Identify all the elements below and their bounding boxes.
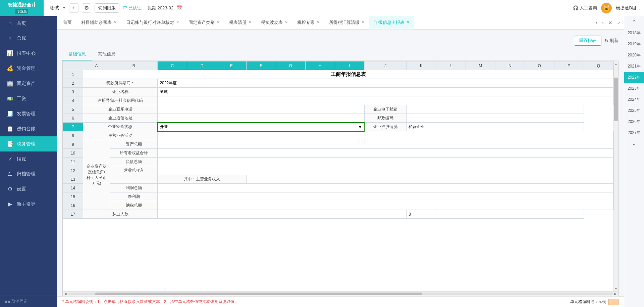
year-2024[interactable]: 2024年 — [624, 94, 644, 105]
tab-tax-fluctuation[interactable]: 税负波动表 ✕ — [256, 16, 292, 30]
year-2027[interactable]: 2027年 — [624, 127, 644, 138]
sidebar-item-close[interactable]: ✓ 结账 — [0, 151, 57, 167]
address-value-cell[interactable] — [158, 114, 365, 123]
old-version-button[interactable]: 切到旧版 — [95, 3, 119, 13]
tab-close-all-button[interactable]: ✕ — [606, 20, 614, 26]
h-scrollbar[interactable]: ◀ ▶ — [63, 291, 618, 296]
tab-close-icon[interactable]: ✕ — [407, 20, 410, 25]
year-2021[interactable]: 2021年 — [624, 61, 644, 72]
employees-value[interactable]: 0 — [407, 210, 436, 219]
email-value-cell[interactable] — [407, 105, 584, 114]
year-2022[interactable]: 2022年 — [624, 72, 644, 83]
settings-icon[interactable]: ⚙ — [82, 3, 91, 13]
tab-close-icon[interactable]: ✕ — [217, 20, 220, 25]
col-header-m[interactable]: M — [466, 61, 495, 70]
pin-toggle[interactable]: ◀◀ 取消固定 — [0, 296, 57, 307]
scroll-left-button[interactable]: ◀ — [64, 292, 67, 296]
company-dropdown-icon[interactable]: ▼ — [62, 6, 66, 10]
sub-tab-other[interactable]: 其他信息 — [92, 48, 121, 60]
sidebar-item-funds[interactable]: 💰 资金管理 — [0, 61, 57, 76]
tab-home[interactable]: 首页 — [58, 16, 76, 30]
period-value-cell[interactable]: 2022年度 — [158, 79, 613, 88]
main-biz-value-cell[interactable] — [158, 131, 613, 140]
tab-prev-button[interactable]: ‹ — [593, 20, 599, 26]
tab-fixed-assets[interactable]: 固定资产类别 ✕ — [184, 16, 224, 30]
sidebar-item-guide[interactable]: ▶ 新手引导 — [0, 196, 57, 212]
company-value-cell[interactable]: 测试 — [158, 88, 613, 96]
year-scroll-up[interactable]: ⌃ — [624, 17, 644, 28]
col-header-b[interactable]: B — [110, 61, 158, 70]
sidebar-item-settings[interactable]: ⚙ 设置 — [0, 181, 57, 196]
status-dropdown-cell[interactable]: 开业 ▼ — [158, 123, 365, 131]
reg-value-cell[interactable] — [158, 96, 613, 105]
col-header-e[interactable]: E — [217, 61, 246, 70]
tab-close-icon[interactable]: ✕ — [285, 20, 288, 25]
sub-tab-basic[interactable]: 基础信息 — [62, 48, 92, 60]
tab-close-icon[interactable]: ✕ — [114, 20, 117, 25]
sidebar-item-invoice[interactable]: 🧾 发票管理 — [0, 106, 57, 121]
employees-empty[interactable] — [158, 210, 407, 219]
add-tab-button[interactable]: ＋ — [69, 3, 78, 13]
title-cell[interactable]: 工商年报信息表 — [83, 70, 613, 79]
phone-value-cell[interactable] — [158, 105, 365, 114]
equity-value[interactable] — [158, 149, 613, 158]
postal-value-cell[interactable] — [407, 114, 584, 123]
sidebar-item-tax[interactable]: 📑 税务管理 — [0, 136, 57, 151]
sidebar-item-payroll[interactable]: 💵 工资 — [0, 91, 57, 106]
tab-close-icon[interactable]: ✕ — [176, 20, 179, 25]
col-header-j[interactable]: J — [364, 61, 407, 70]
refresh-button[interactable]: ↻ 刷新 — [605, 38, 619, 44]
main-rev-value[interactable] — [246, 175, 613, 184]
year-2019[interactable]: 2019年 — [624, 39, 644, 50]
sidebar-item-home[interactable]: ⌂ 首页 — [0, 16, 57, 31]
revenue-value[interactable] — [158, 166, 613, 175]
year-2025[interactable]: 2025年 — [624, 105, 644, 116]
sidebar-item-assets[interactable]: 🏢 固定资产 — [0, 76, 57, 91]
profit-value[interactable] — [158, 184, 613, 192]
tab-annual-report[interactable]: 年报信息申报表 ✕ — [369, 16, 414, 30]
col-header-h[interactable]: H — [305, 61, 335, 70]
col-header-o[interactable]: O — [525, 61, 554, 70]
total-assets-value[interactable] — [158, 140, 613, 149]
col-header-g[interactable]: G — [276, 61, 305, 70]
year-2026[interactable]: 2026年 — [624, 116, 644, 127]
scroll-up-button[interactable]: ▲ — [614, 61, 618, 67]
tab-tax-expert[interactable]: 税检专家 ✕ — [292, 16, 324, 30]
total-tax-value[interactable] — [158, 201, 613, 210]
year-2020[interactable]: 2020年 — [624, 50, 644, 61]
tab-auxiliary[interactable]: 科目辅助余额表 ✕ — [76, 16, 121, 30]
col-header-q[interactable]: Q — [584, 61, 613, 70]
scroll-down-button[interactable]: ▼ — [614, 286, 618, 291]
year-2018[interactable]: 2018年 — [624, 28, 644, 39]
scroll-right-button[interactable]: ▶ — [614, 292, 617, 296]
calendar-icon[interactable]: 📅 — [177, 5, 182, 10]
net-profit-value[interactable] — [158, 192, 613, 201]
col-header-n[interactable]: N — [495, 61, 525, 70]
tab-next-button[interactable]: › — [600, 20, 606, 26]
col-header-f[interactable]: F — [246, 61, 276, 70]
tab-close-icon[interactable]: ✕ — [317, 20, 320, 25]
employees-trailing[interactable] — [436, 210, 584, 219]
v-scrollbar[interactable]: ▲ ▼ — [613, 61, 618, 291]
tab-expand-button[interactable]: ⤢ — [615, 20, 623, 25]
tab-close-icon[interactable]: ✕ — [362, 20, 365, 25]
tab-income-tax[interactable]: 所得税汇算清缴 ✕ — [324, 16, 369, 30]
sidebar-item-archive[interactable]: 🗂 归档管理 — [0, 167, 57, 181]
col-header-i[interactable]: I — [335, 61, 364, 70]
year-scroll-down[interactable]: ⌄ — [624, 138, 644, 148]
col-header-l[interactable]: L — [436, 61, 466, 70]
sidebar-item-ledger[interactable]: ≡ 总账 — [0, 31, 57, 46]
col-header-k[interactable]: K — [407, 61, 436, 70]
tab-journal[interactable]: 日记账与银行对账单核对 ✕ — [121, 16, 184, 30]
col-header-a[interactable]: A — [83, 61, 110, 70]
col-header-d[interactable]: D — [187, 61, 217, 70]
reset-button[interactable]: 重置报表 — [574, 36, 601, 46]
col-header-c[interactable]: C — [158, 61, 187, 70]
sidebar-item-inventory[interactable]: 📋 进销台账 — [0, 121, 57, 136]
tab-close-icon[interactable]: ✕ — [249, 20, 252, 25]
consult-button[interactable]: 🎧 人工咨询 — [573, 5, 597, 11]
tab-tax-list[interactable]: 税表清册 ✕ — [224, 16, 256, 30]
sidebar-item-reports[interactable]: 📊 报表中心 — [0, 46, 57, 61]
liabilities-value[interactable] — [158, 158, 613, 166]
year-2023[interactable]: 2023年 — [624, 83, 644, 94]
